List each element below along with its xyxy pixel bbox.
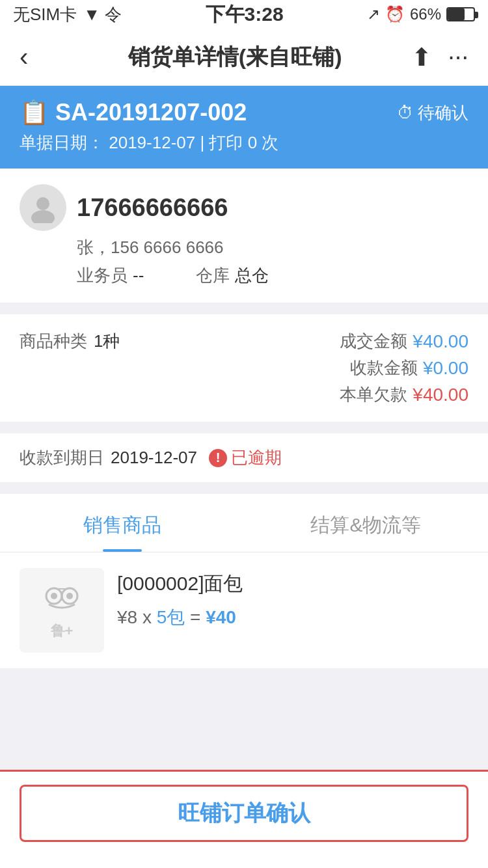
svg-point-1 xyxy=(31,210,55,223)
owed-amount-row: 本单欠款 ¥40.00 xyxy=(340,383,468,406)
product-price: ¥8 xyxy=(117,607,137,627)
svg-point-5 xyxy=(66,593,73,599)
status-left: 无SIM卡 ▼ 令 xyxy=(13,3,122,26)
due-date-section: 收款到期日 2019-12-07 ! 已逾期 xyxy=(0,433,488,482)
tab-settlement-logistics-label: 结算&物流等 xyxy=(310,514,421,536)
page-title: 销货单详情(来自旺铺) xyxy=(59,42,411,72)
print-sep: | xyxy=(200,133,209,152)
print-label: 打印 xyxy=(209,133,243,152)
order-status: ⏱ 待确认 xyxy=(397,102,468,124)
owed-value: ¥40.00 xyxy=(413,385,468,405)
print-count-value: 0 xyxy=(248,133,257,152)
received-amount-row: 收款金额 ¥0.00 xyxy=(350,357,468,379)
customer-phone: 17666666666 xyxy=(77,194,228,222)
battery-percentage: 66% xyxy=(410,5,441,23)
owed-label: 本单欠款 xyxy=(340,383,407,406)
wifi-icon: ▼ 令 xyxy=(83,3,122,26)
svg-point-0 xyxy=(36,197,49,210)
summary-section: 商品种类 1种 成交金额 ¥40.00 收款金额 ¥0.00 本单欠款 ¥40.… xyxy=(0,314,488,422)
overdue-dot-icon: ! xyxy=(209,449,227,467)
carrier-text: 无SIM卡 xyxy=(13,3,77,26)
due-date-value: 2019-12-07 xyxy=(111,448,197,468)
order-date-row: 单据日期： 2019-12-07 | 打印 0 次 xyxy=(20,131,468,154)
tab-underline xyxy=(103,549,142,552)
tab-sales-products-label: 销售商品 xyxy=(83,514,161,536)
tab-settlement-logistics[interactable]: 结算&物流等 xyxy=(244,494,488,552)
status-clock-icon: ⏱ xyxy=(397,103,414,123)
order-header: 📋 SA-20191207-002 ⏱ 待确认 单据日期： 2019-12-07… xyxy=(0,86,488,169)
alarm-icon: ⏰ xyxy=(385,5,405,23)
summary-row: 商品种类 1种 成交金额 ¥40.00 收款金额 ¥0.00 本单欠款 ¥40.… xyxy=(20,330,468,406)
back-button[interactable]: ‹ xyxy=(20,42,59,72)
received-label: 收款金额 xyxy=(350,357,418,379)
order-id: 📋 SA-20191207-002 xyxy=(20,99,247,126)
tab-sales-products[interactable]: 销售商品 xyxy=(0,494,244,552)
warehouse-label: 仓库 xyxy=(196,264,230,287)
product-logo: 鲁+ xyxy=(36,580,88,641)
status-right: ↗ ⏰ 66% xyxy=(367,5,475,23)
product-qty: 5包 xyxy=(157,607,185,627)
status-text: 待确认 xyxy=(418,102,468,124)
product-section: 鲁+ [0000002]面包 ¥8 x 5包 = ¥40 xyxy=(0,552,488,668)
print-suffix: 次 xyxy=(262,133,278,152)
product-equals: = xyxy=(190,607,206,627)
transaction-label: 成交金额 xyxy=(340,330,407,353)
overdue-text: 已逾期 xyxy=(231,446,282,469)
product-logo-svg xyxy=(36,580,88,619)
customer-row: 17666666666 xyxy=(20,184,468,231)
product-name: [0000002]面包 xyxy=(117,571,468,597)
product-total: ¥40 xyxy=(206,607,236,627)
overdue-badge: ! 已逾期 xyxy=(209,446,282,469)
svg-point-4 xyxy=(51,593,57,599)
confirm-button-wrapper: 旺铺订单确认 xyxy=(0,770,488,868)
confirm-order-button[interactable]: 旺铺订单确认 xyxy=(20,785,468,842)
product-type-label: 商品种类 xyxy=(20,330,87,353)
product-type-value: 1种 xyxy=(94,330,120,353)
transaction-value: ¥40.00 xyxy=(413,331,468,352)
product-price-row: ¥8 x 5包 = ¥40 xyxy=(117,605,468,630)
salesperson-value: -- xyxy=(133,265,144,286)
tabs-row: 销售商品 结算&物流等 xyxy=(0,494,488,552)
due-date-label: 收款到期日 xyxy=(20,446,104,469)
more-icon[interactable]: ··· xyxy=(448,43,468,71)
product-image: 鲁+ xyxy=(20,568,104,653)
product-multiply: x xyxy=(142,607,157,627)
status-bar: 无SIM卡 ▼ 令 下午3:28 ↗ ⏰ 66% xyxy=(0,0,488,29)
product-type-group: 商品种类 1种 xyxy=(20,330,120,353)
nav-bar: ‹ 销货单详情(来自旺铺) ⬆ ··· xyxy=(0,29,488,86)
battery-icon xyxy=(446,7,475,21)
avatar-icon xyxy=(27,192,59,223)
order-id-icon: 📋 xyxy=(20,99,49,126)
received-value: ¥0.00 xyxy=(423,358,468,379)
warehouse-value: 总仓 xyxy=(235,264,269,287)
salesperson-label: 业务员 xyxy=(77,264,128,287)
customer-section: 17666666666 张，156 6666 6666 业务员 -- 仓库 总仓 xyxy=(0,169,488,303)
order-date-value: 2019-12-07 xyxy=(109,133,195,152)
location-icon: ↗ xyxy=(367,5,380,23)
order-id-row: 📋 SA-20191207-002 ⏱ 待确认 xyxy=(20,99,468,126)
product-logo-text: 鲁+ xyxy=(51,621,74,641)
share-icon[interactable]: ⬆ xyxy=(411,43,432,72)
order-id-text: SA-20191207-002 xyxy=(55,99,247,126)
amounts-group: 成交金额 ¥40.00 收款金额 ¥0.00 本单欠款 ¥40.00 xyxy=(340,330,468,406)
status-time: 下午3:28 xyxy=(206,1,284,28)
customer-name: 张，156 6666 6666 xyxy=(77,236,468,259)
product-info: [0000002]面包 ¥8 x 5包 = ¥40 xyxy=(117,568,468,630)
customer-info-row: 业务员 -- 仓库 总仓 xyxy=(77,264,468,287)
transaction-amount-row: 成交金额 ¥40.00 xyxy=(340,330,468,353)
date-label: 单据日期： xyxy=(20,133,104,152)
avatar xyxy=(20,184,66,231)
battery-fill xyxy=(448,8,465,20)
nav-right-actions: ⬆ ··· xyxy=(411,43,468,72)
tabs-section: 销售商品 结算&物流等 xyxy=(0,494,488,552)
